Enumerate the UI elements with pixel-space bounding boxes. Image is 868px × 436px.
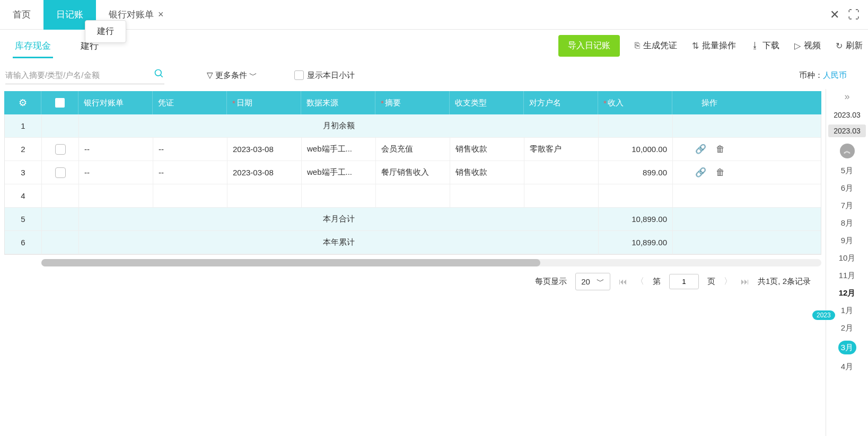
month-item[interactable]: 6月: [841, 183, 853, 193]
delete-icon[interactable]: 🗑: [716, 167, 725, 178]
table-header: ⚙ 银行对账单 凭证 *日期 数据来源 *摘要 收支类型 对方户名 *收入 操作: [4, 91, 821, 114]
cell-counterparty[interactable]: 零散客户: [524, 138, 599, 161]
tab-home[interactable]: 首页: [0, 0, 43, 30]
empty-cell[interactable]: [376, 184, 450, 207]
cell-bank-recon: --: [79, 161, 153, 184]
column-select-all[interactable]: [41, 91, 78, 114]
cell-action: [673, 208, 747, 230]
column-voucher: 凭证: [153, 91, 227, 114]
row-checkbox-cell: [42, 161, 79, 184]
row-index: 6: [5, 231, 42, 254]
period-item[interactable]: 2023.03: [828, 109, 866, 121]
top-tab-bar: 首页 日记账 银行对账单 × 建行 ✕ ⛶: [0, 0, 868, 30]
empty-cell[interactable]: [302, 184, 376, 207]
row-checkbox[interactable]: [55, 144, 66, 155]
download-button[interactable]: ⭳下载: [751, 40, 779, 51]
column-date: *日期: [227, 91, 301, 114]
cell-type[interactable]: 销售收款: [450, 138, 524, 161]
tab-journal-label: 日记账: [56, 8, 83, 21]
cell-income[interactable]: 899.00: [599, 161, 673, 184]
table-row: 4: [5, 184, 821, 208]
month-item[interactable]: 12月: [839, 288, 856, 298]
month-item[interactable]: 2月: [841, 323, 853, 333]
row-index: 5: [5, 208, 42, 230]
batch-operation-button[interactable]: ⇅批量操作: [692, 40, 736, 51]
svg-line-1: [161, 75, 163, 77]
page-number-input[interactable]: [669, 274, 699, 289]
row-checkbox[interactable]: [55, 167, 66, 178]
empty-cell[interactable]: [227, 184, 302, 207]
next-page-button[interactable]: 〉: [724, 276, 732, 287]
fullscreen-icon[interactable]: ⛶: [848, 8, 860, 22]
close-window-icon[interactable]: ✕: [830, 8, 839, 22]
generate-voucher-button[interactable]: ⎘生成凭证: [635, 40, 677, 51]
daily-subtotal-checkbox[interactable]: 显示本日小计: [294, 70, 355, 81]
cell-income: [599, 114, 673, 137]
svg-point-0: [155, 70, 162, 76]
month-item[interactable]: 5月: [841, 166, 853, 176]
prev-page-button[interactable]: 〈: [636, 276, 644, 287]
cell-type[interactable]: 销售收款: [450, 161, 524, 184]
link-icon[interactable]: 🔗: [695, 167, 706, 178]
collapse-panel-button[interactable]: »: [826, 89, 868, 104]
empty-cell[interactable]: [79, 184, 153, 207]
column-source: 数据来源: [301, 91, 375, 114]
cell-income[interactable]: 10,000.00: [599, 138, 673, 161]
empty-cell[interactable]: [524, 184, 599, 207]
cell-source: web端手工...: [302, 161, 376, 184]
cell-counterparty[interactable]: [524, 161, 599, 184]
search-input[interactable]: [5, 70, 150, 79]
filter-row: ▽ 更多条件 ﹀ 显示本日小计 币种：人民币: [0, 61, 868, 89]
month-item[interactable]: 8月: [841, 218, 853, 228]
scrollbar-thumb[interactable]: [41, 259, 540, 266]
horizontal-scrollbar[interactable]: [41, 259, 821, 266]
more-conditions-button[interactable]: ▽ 更多条件 ﹀: [207, 70, 257, 81]
month-item[interactable]: 10月: [839, 253, 856, 263]
summary-label: 月初余额: [79, 114, 599, 137]
search-icon[interactable]: [154, 68, 164, 82]
empty-cell[interactable]: [673, 184, 747, 207]
last-page-button[interactable]: ⏭: [741, 277, 749, 287]
column-action: 操作: [672, 91, 747, 114]
pagination-summary: 共1页, 2条记录: [758, 277, 811, 287]
video-button[interactable]: ▷视频: [794, 40, 821, 51]
empty-cell[interactable]: [153, 184, 227, 207]
cell-source: web端手工...: [302, 138, 376, 161]
cell-date[interactable]: 2023-03-08: [227, 138, 302, 161]
period-item[interactable]: 2023.03: [828, 124, 866, 137]
scroll-up-button[interactable]: ︽: [840, 144, 855, 158]
row-index: 1: [5, 114, 42, 137]
row-checkbox-cell: [42, 208, 79, 230]
import-journal-button[interactable]: 导入日记账: [558, 35, 620, 57]
month-item[interactable]: 9月: [841, 236, 853, 246]
filter-icon: ▽: [207, 70, 213, 80]
table-row: 6本年累计10,899.00: [5, 231, 821, 254]
month-item[interactable]: 4月: [841, 362, 853, 372]
delete-icon[interactable]: 🗑: [716, 144, 725, 155]
column-counterparty: 对方户名: [524, 91, 598, 114]
month-item[interactable]: 7月: [841, 201, 853, 211]
row-index: 4: [5, 184, 42, 207]
subtab-cash[interactable]: 库存现金: [0, 30, 66, 61]
empty-cell[interactable]: [599, 184, 673, 207]
column-settings[interactable]: ⚙: [4, 91, 41, 114]
link-icon[interactable]: 🔗: [695, 144, 706, 155]
first-page-button[interactable]: ⏮: [619, 277, 627, 287]
currency-value[interactable]: 人民币: [823, 70, 847, 79]
cell-action: [673, 231, 747, 254]
empty-cell[interactable]: [450, 184, 524, 207]
checkbox-icon: [55, 98, 65, 108]
cell-date[interactable]: 2023-03-08: [227, 161, 302, 184]
month-item[interactable]: 3月: [838, 341, 856, 354]
close-icon[interactable]: ×: [158, 9, 164, 20]
month-item[interactable]: 1月: [841, 306, 853, 316]
play-icon: ▷: [794, 41, 801, 51]
per-page-select[interactable]: 20 ﹀: [575, 273, 610, 290]
refresh-button[interactable]: ↻刷新: [836, 40, 863, 51]
cell-summary[interactable]: 会员充值: [376, 138, 450, 161]
currency-display: 币种：人民币: [799, 70, 863, 81]
cell-bank-recon: --: [79, 138, 153, 161]
table-row: 2----2023-03-08web端手工...会员充值销售收款零散客户10,0…: [5, 138, 821, 161]
cell-summary[interactable]: 餐厅销售收入: [376, 161, 450, 184]
month-item[interactable]: 11月: [839, 271, 856, 281]
